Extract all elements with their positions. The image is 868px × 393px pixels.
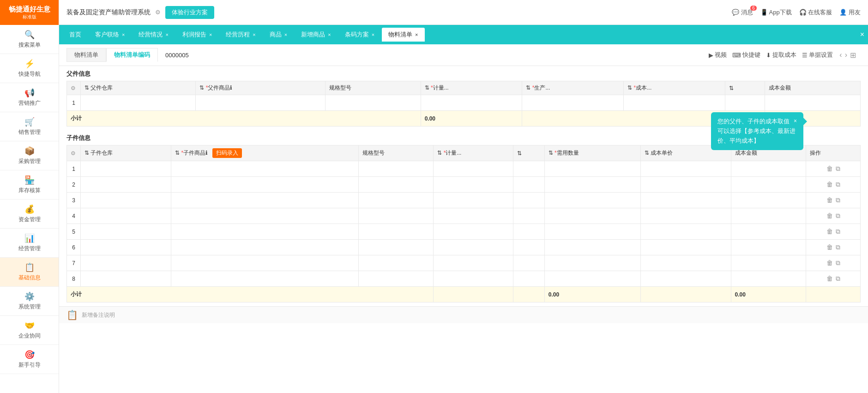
parent-produce-cell[interactable]	[522, 95, 624, 111]
delete-icon-5[interactable]: 🗑	[826, 228, 833, 236]
trial-btn[interactable]: 体验行业方案	[165, 6, 214, 19]
child-spec-cell-8[interactable]	[358, 271, 434, 287]
tab-profit[interactable]: 利润报告×	[176, 28, 218, 42]
child-unit-cell-6[interactable]	[434, 240, 513, 255]
child-gear-icon[interactable]: ⚙	[71, 150, 76, 157]
copy-icon-2[interactable]: ⧉	[836, 181, 840, 188]
add-note-icon[interactable]: 📋	[66, 309, 78, 320]
child-spec-cell-5[interactable]	[358, 224, 434, 240]
sidebar-item-search[interactable]: 🔍搜索菜单	[0, 25, 59, 54]
sidebar-item-system[interactable]: ⚙️系统管理	[0, 287, 59, 316]
close-all-tabs[interactable]: ×	[860, 30, 864, 39]
child-warehouse-cell-2[interactable]	[81, 177, 171, 193]
sidebar-item-collab[interactable]: 🤝企业协同	[0, 316, 59, 345]
copy-icon-7[interactable]: ⧉	[836, 259, 840, 267]
app-download-btn[interactable]: 📱 App下载	[760, 8, 792, 17]
child-goods-cell-1[interactable]	[171, 161, 359, 177]
child-spec-cell-1[interactable]	[358, 161, 434, 177]
sidebar-item-inventory[interactable]: 🏪库存核算	[0, 170, 59, 200]
tab-new-goods[interactable]: 新增商品×	[295, 28, 337, 42]
child-unit-price-cell-7[interactable]	[640, 255, 731, 271]
child-goods-cell-7[interactable]	[171, 255, 359, 271]
child-warehouse-cell-5[interactable]	[81, 224, 171, 240]
child-warehouse-cell-6[interactable]	[81, 240, 171, 255]
sidebar-item-purchase[interactable]: 📦采购管理	[0, 141, 59, 170]
sub-tab-bom-code[interactable]: 物料清单编码	[106, 48, 158, 62]
scan-btn[interactable]: 扫码录入	[212, 148, 242, 158]
child-qty-cell-3[interactable]	[544, 193, 640, 208]
child-unit-price-cell-4[interactable]	[640, 208, 731, 224]
delete-icon-3[interactable]: 🗑	[826, 196, 833, 204]
copy-icon-3[interactable]: ⧉	[836, 196, 840, 204]
child-qty-cell-1[interactable]	[544, 161, 640, 177]
single-settings-btn[interactable]: ☰ 单据设置	[802, 51, 833, 59]
sidebar-item-quick-nav[interactable]: ⚡快捷导航	[0, 54, 59, 83]
child-goods-cell-6[interactable]	[171, 240, 359, 255]
child-goods-cell-8[interactable]	[171, 271, 359, 287]
delete-icon-4[interactable]: 🗑	[826, 212, 833, 220]
tab-operations[interactable]: 经营情况×	[132, 28, 175, 42]
child-goods-cell-3[interactable]	[171, 193, 359, 208]
child-spec-cell-7[interactable]	[358, 255, 434, 271]
prev-page-btn[interactable]: ‹	[838, 51, 843, 59]
child-unit-cell-5[interactable]	[434, 224, 513, 240]
copy-icon-6[interactable]: ⧉	[836, 243, 840, 251]
child-unit-cell-3[interactable]	[434, 193, 513, 208]
child-unit-price-cell-5[interactable]	[640, 224, 731, 240]
child-goods-cell-4[interactable]	[171, 208, 359, 224]
message-btn[interactable]: 💬 消息 6	[732, 8, 753, 17]
delete-icon-7[interactable]: 🗑	[826, 259, 833, 267]
tab-bom[interactable]: 物料清单×	[382, 28, 424, 42]
child-qty-cell-6[interactable]	[544, 240, 640, 255]
view-btn[interactable]: ▶ 视频	[709, 51, 727, 59]
gear-icon[interactable]: ⚙	[71, 85, 76, 91]
child-warehouse-cell-8[interactable]	[81, 271, 171, 287]
child-goods-cell-5[interactable]	[171, 224, 359, 240]
child-qty-cell-4[interactable]	[544, 208, 640, 224]
child-unit-cell-7[interactable]	[434, 255, 513, 271]
tab-customer[interactable]: 客户联络×	[89, 28, 131, 42]
tab-history[interactable]: 经营历程×	[219, 28, 262, 42]
sub-tab-bom-list[interactable]: 物料清单	[66, 48, 106, 62]
expand-btn[interactable]: ⊞	[849, 51, 857, 60]
delete-icon-1[interactable]: 🗑	[826, 165, 833, 173]
child-unit-cell-8[interactable]	[434, 271, 513, 287]
child-unit-price-cell-2[interactable]	[640, 177, 731, 193]
delete-icon-6[interactable]: 🗑	[826, 243, 833, 251]
sidebar-item-guide[interactable]: 🎯新手引导	[0, 345, 59, 374]
child-unit-price-cell-6[interactable]	[640, 240, 731, 255]
child-unit-price-cell-3[interactable]	[640, 193, 731, 208]
child-spec-cell-6[interactable]	[358, 240, 434, 255]
tooltip-close-btn[interactable]: ×	[794, 117, 797, 126]
sidebar-item-base-info[interactable]: 📋基础信息	[0, 258, 59, 287]
delete-icon-8[interactable]: 🗑	[826, 275, 833, 283]
child-spec-cell-2[interactable]	[358, 177, 434, 193]
child-qty-cell-5[interactable]	[544, 224, 640, 240]
child-spec-cell-4[interactable]	[358, 208, 434, 224]
tab-home[interactable]: 首页	[63, 28, 88, 42]
copy-icon-4[interactable]: ⧉	[836, 212, 840, 220]
sidebar-item-finance[interactable]: 💰资金管理	[0, 200, 59, 229]
tab-barcode[interactable]: 条码方案×	[338, 28, 381, 42]
copy-icon-1[interactable]: ⧉	[836, 165, 840, 173]
parent-cost-cell[interactable]	[624, 95, 725, 111]
sidebar-item-sales[interactable]: 🛒销售管理	[0, 112, 59, 141]
child-qty-cell-2[interactable]	[544, 177, 640, 193]
child-spec-cell-3[interactable]	[358, 193, 434, 208]
parent-spec-cell[interactable]	[325, 95, 421, 111]
parent-goods-cell[interactable]	[196, 95, 325, 111]
online-service-btn[interactable]: 🎧 在线客服	[799, 8, 832, 17]
child-qty-cell-7[interactable]	[544, 255, 640, 271]
parent-warehouse-cell[interactable]	[81, 95, 196, 111]
extract-cost-btn[interactable]: ⬇ 提取成本	[766, 51, 796, 59]
child-unit-cell-1[interactable]	[434, 161, 513, 177]
child-unit-cell-4[interactable]	[434, 208, 513, 224]
child-unit-price-cell-1[interactable]	[640, 161, 731, 177]
settings-icon[interactable]: ⚙	[155, 9, 161, 16]
child-warehouse-cell-3[interactable]	[81, 193, 171, 208]
next-page-btn[interactable]: ›	[844, 51, 848, 59]
child-unit-cell-2[interactable]	[434, 177, 513, 193]
sidebar-item-operations[interactable]: 📊经营管理	[0, 229, 59, 258]
child-goods-cell-2[interactable]	[171, 177, 359, 193]
sidebar-item-marketing[interactable]: 📢营销推广	[0, 83, 59, 112]
